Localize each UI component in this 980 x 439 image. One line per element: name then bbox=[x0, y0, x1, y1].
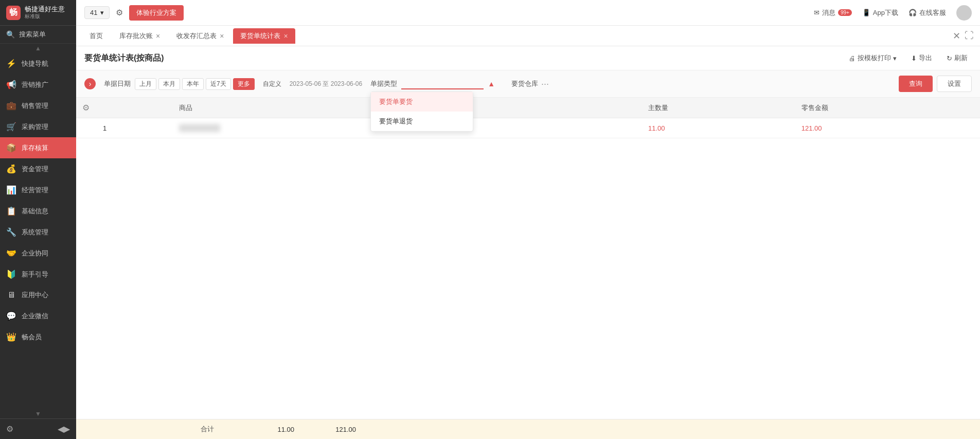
sidebar-item-label: 库存核算 bbox=[22, 143, 70, 153]
settings-icon[interactable]: ⚙ bbox=[6, 424, 13, 434]
export-label: 导出 bbox=[919, 53, 932, 63]
filter-bar: › 单据日期 上月 本月 本年 近7天 更多 自定义 2023-05-06 至 … bbox=[76, 70, 980, 98]
dropdown-item-order-return[interactable]: 要货单退货 bbox=[371, 112, 473, 131]
tab-receivable-summary-close[interactable]: × bbox=[220, 32, 224, 40]
logo-icon: 畅 bbox=[6, 6, 21, 20]
tab-inventory-batch-label: 库存批次账 bbox=[119, 31, 153, 41]
sidebar-item-operations[interactable]: 📊 经营管理 bbox=[0, 179, 76, 200]
notification-label: 消息 bbox=[822, 8, 835, 17]
date-btn-last-month[interactable]: 上月 bbox=[135, 78, 156, 90]
settings-btn[interactable]: 设置 bbox=[937, 76, 972, 92]
export-icon: ⬇ bbox=[911, 54, 917, 62]
sidebar-scroll-down[interactable]: ▼ bbox=[0, 409, 76, 418]
logo-sub: 标准版 bbox=[25, 13, 65, 20]
tab-inventory-batch-close[interactable]: × bbox=[156, 32, 160, 40]
store-dropdown-icon: ▾ bbox=[100, 9, 104, 16]
query-btn[interactable]: 查询 bbox=[899, 76, 933, 92]
sidebar-item-label: 采购管理 bbox=[22, 122, 70, 132]
sidebar-item-basic-info[interactable]: 📋 基础信息 bbox=[0, 200, 76, 222]
sidebar-item-marketing[interactable]: 📢 营销推广 bbox=[0, 74, 76, 95]
refresh-label: 刷新 bbox=[954, 53, 968, 63]
tabs-actions: ✕ ⛶ bbox=[953, 30, 974, 42]
sidebar-item-wechat[interactable]: 💬 企业微信 bbox=[0, 305, 76, 326]
sidebar-item-purchase[interactable]: 🛒 采购管理 bbox=[0, 116, 76, 137]
warehouse-filter-group: 要货仓库 ··· bbox=[511, 79, 549, 89]
window-close-icon[interactable]: ✕ bbox=[953, 30, 960, 42]
notification-badge: 99+ bbox=[838, 9, 852, 16]
collapse-icon[interactable]: ◀▶ bbox=[58, 424, 70, 434]
date-filter-group: 单据日期 上月 本月 本年 近7天 更多 自定义 2023-05-06 至 20… bbox=[104, 78, 362, 90]
main-area: 41 ▾ ⚙ 体验行业方案 ✉ 消息 99+ 📱 App下载 🎧 在线客服 bbox=[76, 0, 980, 439]
print-btn[interactable]: 🖨 按模板打印 ▾ bbox=[845, 51, 901, 65]
app-download-action[interactable]: 📱 App下载 bbox=[862, 8, 898, 17]
refresh-btn[interactable]: ↻ 刷新 bbox=[942, 51, 972, 65]
sidebar-item-label: 企业协同 bbox=[22, 249, 70, 258]
sidebar-item-guide[interactable]: 🔰 新手引导 bbox=[0, 264, 76, 285]
window-max-icon[interactable]: ⛶ bbox=[965, 30, 974, 41]
sidebar-item-label: 基础信息 bbox=[22, 207, 70, 216]
headset-icon: 🎧 bbox=[908, 9, 917, 16]
header-gear-icon[interactable]: ⚙ bbox=[116, 8, 123, 17]
tab-receivable-summary[interactable]: 收发存汇总表 × bbox=[169, 28, 231, 44]
online-service-action[interactable]: 🎧 在线客服 bbox=[908, 8, 946, 17]
type-filter-arrow[interactable]: ▲ bbox=[488, 80, 495, 88]
row-quantity-cell: 11.00 bbox=[642, 118, 795, 138]
type-filter-label: 单据类型 bbox=[370, 79, 397, 88]
table-settings-icon[interactable]: ⚙ bbox=[82, 103, 90, 112]
app-download-icon: 📱 bbox=[862, 9, 870, 16]
store-selector[interactable]: 41 ▾ bbox=[84, 6, 110, 19]
date-custom-btn[interactable]: 自定义 bbox=[259, 79, 286, 89]
sidebar-item-finance[interactable]: 💰 资金管理 bbox=[0, 158, 76, 179]
date-btn-this-year[interactable]: 本年 bbox=[182, 78, 204, 90]
tab-receivable-summary-label: 收发存汇总表 bbox=[176, 31, 217, 41]
row-amount-link[interactable]: 121.00 bbox=[801, 124, 822, 132]
sidebar-item-inventory[interactable]: 📦 库存核算 bbox=[0, 137, 76, 158]
inventory-icon: 📦 bbox=[6, 143, 16, 153]
notification-action[interactable]: ✉ 消息 99+ bbox=[814, 8, 852, 17]
export-btn[interactable]: ⬇ 导出 bbox=[907, 51, 936, 65]
date-filter-label: 单据日期 bbox=[104, 79, 131, 88]
page-header: 要货单统计表(按商品) 🖨 按模板打印 ▾ ⬇ 导出 ↻ 刷新 bbox=[76, 46, 980, 70]
col-quantity-header: 主数量 bbox=[642, 98, 795, 118]
sidebar-item-sales[interactable]: 💼 销售管理 bbox=[0, 95, 76, 116]
date-btn-this-month[interactable]: 本月 bbox=[158, 78, 180, 90]
dropdown-item-order-purchase[interactable]: 要货单要货 bbox=[371, 92, 473, 112]
top-header: 41 ▾ ⚙ 体验行业方案 ✉ 消息 99+ 📱 App下载 🎧 在线客服 bbox=[76, 0, 980, 26]
row-quantity-link[interactable]: 11.00 bbox=[648, 124, 665, 132]
sidebar-item-label: 经营管理 bbox=[22, 186, 70, 195]
tab-order-stats-close[interactable]: × bbox=[283, 32, 288, 40]
sidebar: 畅 畅捷通好生意 标准版 🔍 搜索菜单 ▲ ⚡ 快捷导航 📢 营销推广 💼 销售… bbox=[0, 0, 76, 439]
table-scroll[interactable]: ⚙ 商品 主计量单位 主数量 零售金额 1 bbox=[76, 98, 980, 419]
sidebar-search[interactable]: 🔍 搜索菜单 bbox=[0, 26, 76, 44]
sidebar-scroll-up[interactable]: ▲ bbox=[0, 44, 76, 53]
sidebar-item-enterprise[interactable]: 🤝 企业协同 bbox=[0, 243, 76, 264]
header-left: 41 ▾ ⚙ 体验行业方案 bbox=[84, 5, 184, 21]
sidebar-item-vip[interactable]: 👑 畅会员 bbox=[0, 326, 76, 347]
date-btn-more[interactable]: 更多 bbox=[233, 78, 255, 90]
tab-order-stats-label: 要货单统计表 bbox=[240, 31, 280, 41]
sidebar-item-label: 快捷导航 bbox=[22, 59, 70, 68]
date-btn-last-7-days[interactable]: 近7天 bbox=[206, 78, 231, 90]
type-filter-input[interactable] bbox=[401, 79, 484, 89]
app-download-label: App下载 bbox=[873, 8, 898, 17]
table-row: 1 块 11.00 121.00 bbox=[76, 118, 980, 138]
warehouse-more-btn[interactable]: ··· bbox=[541, 79, 549, 89]
user-avatar[interactable] bbox=[956, 5, 972, 21]
filter-right: 查询 设置 bbox=[899, 76, 972, 92]
quick-nav-icon: ⚡ bbox=[6, 59, 16, 68]
sidebar-item-system[interactable]: 🔧 系统管理 bbox=[0, 222, 76, 243]
tab-home[interactable]: 首页 bbox=[82, 28, 110, 44]
sidebar-item-quick-nav[interactable]: ⚡ 快捷导航 bbox=[0, 53, 76, 74]
col-amount-header: 零售金额 bbox=[795, 98, 980, 118]
tab-inventory-batch[interactable]: 库存批次账 × bbox=[112, 28, 167, 44]
industry-btn[interactable]: 体验行业方案 bbox=[129, 5, 184, 21]
enterprise-icon: 🤝 bbox=[6, 248, 16, 258]
data-table: ⚙ 商品 主计量单位 主数量 零售金额 1 bbox=[76, 98, 980, 138]
sidebar-item-app-center[interactable]: 🖥 应用中心 bbox=[0, 285, 76, 305]
tab-order-stats[interactable]: 要货单统计表 × bbox=[233, 28, 295, 44]
print-icon: 🖨 bbox=[849, 54, 856, 62]
sidebar-nav: ⚡ 快捷导航 📢 营销推广 💼 销售管理 🛒 采购管理 📦 库存核算 💰 资金管… bbox=[0, 53, 76, 409]
sidebar-item-label: 畅会员 bbox=[22, 333, 70, 342]
filter-toggle-btn[interactable]: › bbox=[84, 78, 96, 89]
footer-amount: 121.00 bbox=[307, 426, 368, 433]
